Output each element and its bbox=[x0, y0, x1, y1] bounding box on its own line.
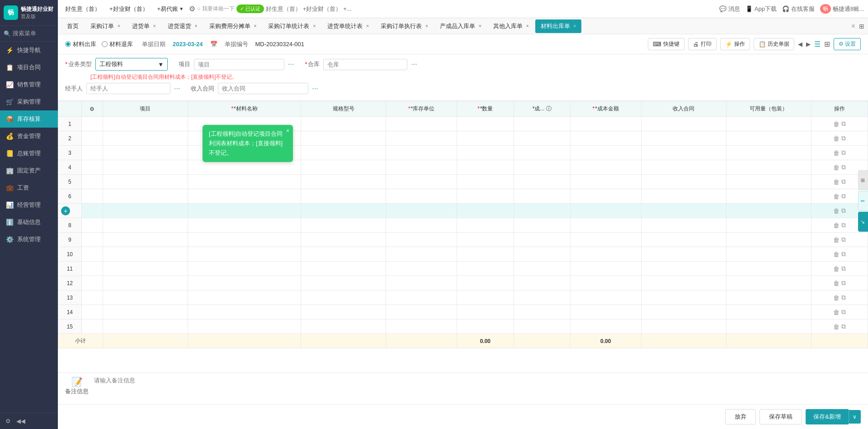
topbar-good-biz2[interactable]: 好生意（首） bbox=[266, 5, 301, 13]
row-spec-2[interactable] bbox=[301, 131, 386, 146]
row-available-3[interactable] bbox=[726, 146, 811, 160]
close-receipt-stat[interactable]: × bbox=[366, 24, 369, 29]
handler-input[interactable] bbox=[86, 83, 170, 94]
row-spec-3[interactable] bbox=[301, 146, 386, 160]
row-spec-1[interactable] bbox=[301, 117, 386, 131]
operations-btn[interactable]: ⚡ 操作 bbox=[720, 38, 750, 50]
sidebar-item-inventory[interactable]: 📦 库存核算 bbox=[0, 110, 58, 128]
row-cost-amount-3[interactable] bbox=[570, 146, 641, 160]
row-available-1[interactable] bbox=[726, 117, 811, 131]
save-new-main-button[interactable]: 保存&新增 bbox=[806, 409, 849, 424]
row-copy-btn-12[interactable]: ⧉ bbox=[841, 279, 846, 287]
row-project-1[interactable] bbox=[103, 117, 188, 131]
close-purchase-stat[interactable]: × bbox=[313, 24, 316, 29]
row-delete-btn-11[interactable]: 🗑 bbox=[833, 265, 840, 272]
tab-purchase-expense[interactable]: 采购费用分摊单 × bbox=[204, 19, 262, 33]
row-delete-btn-14[interactable]: 🗑 bbox=[833, 309, 840, 316]
row-quantity-1[interactable] bbox=[457, 117, 514, 131]
right-float-btn-1[interactable]: ⊞ bbox=[858, 170, 868, 190]
topbar-experience-link[interactable]: ○ 我要体验一下 bbox=[197, 5, 235, 13]
project-input[interactable] bbox=[194, 59, 284, 70]
sidebar-item-sales[interactable]: 📈 销售管理 bbox=[0, 76, 58, 93]
row-delete-btn-7[interactable]: 🗑 bbox=[833, 207, 840, 214]
row-quantity-3[interactable] bbox=[457, 146, 514, 160]
tab-receipt-stat[interactable]: 进货单统计表 × bbox=[322, 19, 374, 33]
row-copy-btn-14[interactable]: ⧉ bbox=[841, 308, 846, 316]
row-delete-btn-10[interactable]: 🗑 bbox=[833, 251, 840, 258]
grid-view-icon[interactable]: ⊞ bbox=[824, 40, 830, 48]
close-other-in[interactable]: × bbox=[526, 24, 529, 29]
close-purchase-exec[interactable]: × bbox=[425, 24, 428, 29]
tab-receipt-return[interactable]: 进货退货 × bbox=[162, 19, 203, 33]
tab-purchase-stat[interactable]: 采购订单统计表 × bbox=[263, 19, 321, 33]
row-project-2[interactable] bbox=[103, 131, 188, 146]
row-copy-btn-8[interactable]: ⧉ bbox=[841, 221, 846, 229]
history-btn[interactable]: 📋 历史单据 bbox=[754, 38, 794, 50]
list-view-icon[interactable]: ☰ bbox=[814, 40, 821, 48]
save-new-arrow-button[interactable]: ∨ bbox=[849, 410, 861, 424]
row-income-contract-3[interactable] bbox=[641, 146, 726, 160]
settings-bottom-icon[interactable]: ⚙ bbox=[5, 418, 11, 424]
calendar-icon[interactable]: 📅 bbox=[210, 41, 217, 48]
close-purchase-order[interactable]: × bbox=[118, 24, 120, 29]
tab-purchase-exec[interactable]: 采购订单执行表 × bbox=[375, 19, 434, 33]
row-delete-btn-1[interactable]: 🗑 bbox=[833, 120, 840, 128]
row-delete-btn-9[interactable]: 🗑 bbox=[833, 236, 840, 243]
row-delete-btn-12[interactable]: 🗑 bbox=[833, 280, 840, 287]
topbar-good-fin2[interactable]: +好业财（首） bbox=[303, 5, 342, 13]
row-warehouse-unit-3[interactable] bbox=[386, 146, 457, 160]
row-delete-btn-5[interactable]: 🗑 bbox=[833, 178, 840, 186]
tab-purchase-order[interactable]: 采购订单 × bbox=[85, 19, 126, 33]
warehouse-input[interactable] bbox=[323, 59, 407, 70]
tab-split-view[interactable]: ⊞ bbox=[859, 23, 864, 30]
row-copy-btn-9[interactable]: ⧉ bbox=[841, 236, 846, 243]
topbar-good-business[interactable]: 好生意（首） bbox=[61, 3, 104, 15]
close-product-in[interactable]: × bbox=[479, 24, 481, 29]
tab-product-in[interactable]: 产成品入库单 × bbox=[434, 19, 487, 33]
row-delete-btn-15[interactable]: 🗑 bbox=[833, 323, 840, 330]
message-btn[interactable]: 💬 消息 bbox=[719, 5, 740, 13]
close-purchase-expense[interactable]: × bbox=[254, 24, 257, 29]
add-row-btn[interactable]: + bbox=[61, 206, 70, 215]
nav-prev-icon[interactable]: ◀ bbox=[798, 41, 802, 48]
row7-material-input[interactable] bbox=[191, 207, 298, 214]
row-income-contract-1[interactable] bbox=[641, 117, 726, 131]
tab-receipt[interactable]: 进货单 × bbox=[127, 19, 161, 33]
row-delete-btn-4[interactable]: 🗑 bbox=[833, 164, 840, 171]
right-float-btn-2[interactable]: ✏ bbox=[858, 191, 868, 211]
project-dots-icon[interactable]: ··· bbox=[288, 60, 294, 68]
radio-material-return[interactable]: 材料退库 bbox=[102, 40, 133, 48]
notes-input[interactable] bbox=[94, 377, 861, 390]
close-receipt[interactable]: × bbox=[153, 24, 156, 29]
discard-button[interactable]: 放弃 bbox=[725, 409, 756, 424]
tab-other-in[interactable]: 其他入库单 × bbox=[488, 19, 534, 33]
print-btn[interactable]: 🖨 打印 bbox=[688, 38, 717, 50]
row-copy-btn-10[interactable]: ⧉ bbox=[841, 250, 846, 258]
row7-project-input[interactable] bbox=[106, 207, 185, 214]
income-contract-dots-icon[interactable]: ··· bbox=[312, 85, 318, 93]
row-quantity-2[interactable] bbox=[457, 131, 514, 146]
row-cost-amount-1[interactable] bbox=[570, 117, 641, 131]
tab-close-all[interactable]: × bbox=[851, 22, 855, 30]
close-material-out[interactable]: × bbox=[574, 24, 576, 29]
sidebar-item-baseinfo[interactable]: ℹ️ 基础信息 bbox=[0, 214, 58, 231]
handler-dots-icon[interactable]: ··· bbox=[174, 85, 180, 93]
business-type-select[interactable]: 工程领料 ▼ bbox=[95, 58, 168, 71]
row-copy-btn-15[interactable]: ⧉ bbox=[841, 323, 846, 330]
tab-home[interactable]: 首页 bbox=[61, 19, 84, 33]
search-menu-item[interactable]: 🔍 搜索菜单 bbox=[0, 26, 58, 42]
right-float-btn-3[interactable]: ↗ bbox=[858, 212, 868, 232]
row-copy-btn-6[interactable]: ⧉ bbox=[841, 192, 846, 200]
online-service-btn[interactable]: 🎧 在线客服 bbox=[782, 5, 815, 13]
sidebar-item-operations[interactable]: 📊 经营管理 bbox=[0, 196, 58, 214]
tab-material-out[interactable]: 材料出库单 × bbox=[535, 19, 582, 33]
row-cost-price-1[interactable] bbox=[514, 117, 570, 131]
user-avatar[interactable]: 畅 畅捷通8账... bbox=[820, 4, 864, 14]
tooltip-close-btn[interactable]: × bbox=[286, 127, 289, 135]
warehouse-dots-icon[interactable]: ··· bbox=[411, 60, 417, 68]
sidebar-item-system[interactable]: ⚙️ 系统管理 bbox=[0, 231, 58, 248]
row-copy-btn-13[interactable]: ⧉ bbox=[841, 294, 846, 301]
row-copy-btn-5[interactable]: ⧉ bbox=[841, 178, 846, 186]
row-copy-btn-7[interactable]: ⧉ bbox=[841, 207, 846, 214]
sidebar-item-project[interactable]: 📋 项目合同 bbox=[0, 59, 58, 76]
